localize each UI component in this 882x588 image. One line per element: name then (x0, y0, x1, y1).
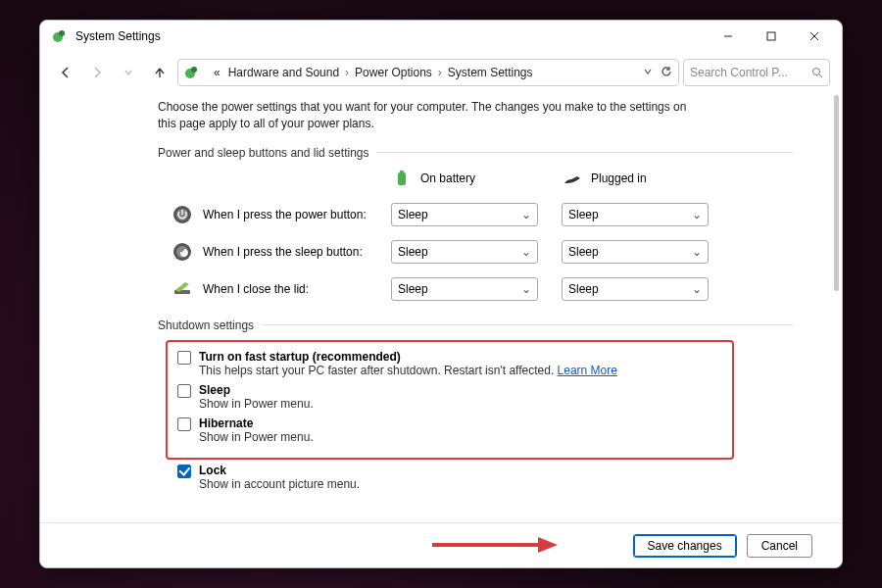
footer: Save changes Cancel (40, 522, 842, 567)
breadcrumb-item[interactable]: System Settings (446, 66, 535, 79)
option-label: Hibernate (199, 416, 314, 430)
option-desc: This helps start your PC faster after sh… (199, 364, 617, 377)
svg-line-9 (819, 74, 822, 77)
select-sleep-plugged[interactable]: Sleep⌄ (562, 240, 709, 264)
svg-rect-3 (767, 32, 775, 40)
chevron-right-icon: › (345, 66, 349, 79)
row-power-button: When I press the power button: (172, 204, 368, 225)
option-desc: Show in Power menu. (199, 397, 314, 411)
row-sleep-button: When I press the sleep button: (172, 241, 368, 263)
breadcrumb-prefix: « (212, 66, 222, 79)
svg-point-8 (813, 69, 820, 75)
battery-icon (391, 168, 413, 189)
close-button[interactable] (793, 22, 836, 51)
chevron-down-icon: ⌄ (692, 282, 702, 296)
svg-rect-11 (400, 171, 404, 173)
back-button[interactable] (52, 59, 79, 86)
select-lid-plugged[interactable]: Sleep⌄ (562, 277, 709, 301)
address-dropdown-icon[interactable] (643, 66, 653, 80)
chevron-down-icon: ⌄ (692, 245, 702, 259)
content-pane: Choose the power settings that you want … (40, 93, 842, 522)
option-label: Lock (199, 464, 360, 477)
option-fast-startup: Turn on fast startup (recommended) This … (177, 350, 722, 377)
recent-dropdown[interactable] (115, 59, 142, 86)
navbar: « Hardware and Sound › Power Options › S… (40, 52, 842, 93)
chevron-down-icon: ⌄ (521, 208, 531, 221)
address-bar[interactable]: « Hardware and Sound › Power Options › S… (177, 59, 679, 86)
option-desc: Show in Power menu. (199, 430, 314, 444)
divider (262, 324, 793, 325)
refresh-icon[interactable] (661, 66, 672, 80)
sleep-button-icon (172, 241, 193, 263)
section-title: Shutdown settings (158, 318, 254, 332)
address-icon (184, 65, 200, 80)
select-power-battery[interactable]: Sleep⌄ (391, 203, 538, 226)
checkbox-sleep[interactable] (177, 384, 191, 398)
option-desc: Show in account picture menu. (199, 477, 360, 491)
titlebar: System Settings (40, 21, 842, 52)
minimize-button[interactable] (707, 22, 750, 51)
svg-point-7 (191, 67, 197, 73)
window: System Settings « Hardware and Sound › P… (39, 20, 843, 568)
scrollbar[interactable] (833, 95, 840, 520)
select-lid-battery[interactable]: Sleep⌄ (391, 277, 538, 301)
breadcrumb-item[interactable]: Power Options (353, 66, 434, 79)
section-header-buttons: Power and sleep buttons and lid settings (158, 146, 793, 160)
option-label: Sleep (199, 383, 314, 397)
search-input[interactable]: Search Control P... (683, 59, 830, 86)
svg-rect-10 (398, 172, 406, 185)
chevron-right-icon: › (438, 66, 442, 79)
divider (376, 152, 793, 153)
section-title: Power and sleep buttons and lid settings (158, 146, 368, 160)
laptop-lid-icon (172, 278, 193, 300)
option-label: Turn on fast startup (recommended) (199, 350, 617, 364)
svg-point-1 (59, 30, 65, 36)
up-button[interactable] (146, 59, 173, 86)
chevron-down-icon: ⌄ (521, 245, 531, 259)
select-sleep-battery[interactable]: Sleep⌄ (391, 240, 538, 264)
search-placeholder: Search Control P... (690, 66, 811, 79)
highlight-box: Turn on fast startup (recommended) This … (166, 340, 734, 460)
select-power-plugged[interactable]: Sleep⌄ (562, 203, 709, 226)
app-icon (52, 28, 68, 44)
save-changes-button[interactable]: Save changes (633, 534, 737, 558)
chevron-down-icon: ⌄ (692, 208, 702, 221)
cancel-button[interactable]: Cancel (747, 534, 812, 558)
learn-more-link[interactable]: Learn More (558, 364, 617, 377)
column-header-battery: On battery (391, 168, 538, 189)
power-buttons-grid: On battery Plugged in When I press the p… (172, 168, 793, 301)
chevron-down-icon: ⌄ (521, 282, 531, 296)
arrow-annotation (432, 536, 560, 554)
checkbox-hibernate[interactable] (177, 417, 191, 431)
window-title: System Settings (75, 29, 707, 43)
svg-marker-18 (538, 537, 558, 553)
scrollbar-thumb[interactable] (834, 95, 839, 291)
page-description: Choose the power settings that you want … (158, 99, 707, 132)
forward-button[interactable] (83, 59, 111, 86)
plug-icon (562, 168, 583, 189)
section-header-shutdown: Shutdown settings (158, 318, 793, 332)
row-lid: When I close the lid: (172, 278, 368, 300)
checkbox-fast-startup[interactable] (177, 351, 191, 365)
option-lock: Lock Show in account picture menu. (177, 464, 793, 491)
maximize-button[interactable] (750, 22, 793, 51)
checkbox-lock[interactable] (177, 465, 191, 478)
option-hibernate: Hibernate Show in Power menu. (177, 416, 722, 444)
search-icon (811, 67, 823, 78)
shutdown-section: Shutdown settings Turn on fast startup (… (158, 318, 793, 491)
option-sleep: Sleep Show in Power menu. (177, 383, 722, 411)
power-button-icon (172, 204, 193, 225)
breadcrumb-item[interactable]: Hardware and Sound (226, 66, 341, 79)
column-header-plugged: Plugged in (562, 168, 709, 189)
